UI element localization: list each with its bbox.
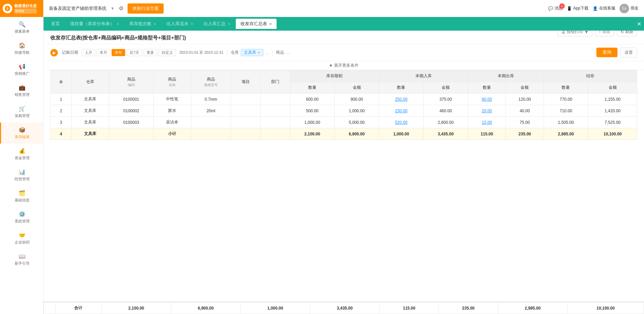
- sidebar-item-purchase[interactable]: 🛒 采购管理: [0, 101, 43, 122]
- print-btn[interactable]: 🖨 按钮打印 ▼: [558, 31, 592, 36]
- footer-row: 合计 2,100.00 6,900.00 1,000.00 3,435.00 1…: [44, 302, 644, 314]
- purchase-icon: 🛒: [19, 105, 26, 112]
- online-service-action[interactable]: 👤 在线客服: [593, 5, 615, 11]
- cell-opening-qty: 1,000.00: [290, 117, 334, 128]
- cell-project: [231, 94, 261, 105]
- export-btn[interactable]: ↑ 导出: [595, 31, 614, 36]
- sidebar-label-quicknav: 快捷导航: [15, 50, 30, 55]
- cell-opening-qty: 600.00: [290, 94, 334, 105]
- settings-gear-icon[interactable]: ⚙: [59, 80, 63, 84]
- tab-inout-flow[interactable]: 出入库流水 ✕: [162, 19, 198, 29]
- cell-no: 1: [51, 94, 72, 105]
- tab-receive-send-close[interactable]: ✕: [269, 22, 272, 26]
- sidebar-item-quicknav[interactable]: 🏠 快捷导航: [0, 38, 43, 59]
- th-balance-qty: 数量: [544, 82, 588, 94]
- cell-no: 3: [51, 117, 72, 128]
- app-download-label: App下载: [573, 5, 589, 11]
- tab-inout-summary[interactable]: 出入库汇总 ✕: [199, 19, 235, 29]
- tab-batch-label: 库存批次账: [129, 21, 151, 27]
- message-action[interactable]: 💬 消息 6: [548, 5, 563, 11]
- settings-icon[interactable]: ⚙: [119, 5, 123, 12]
- expand-btn[interactable]: ▼ 展开更多条件: [329, 63, 359, 68]
- cell-opening-amount: 5,000.00: [334, 117, 379, 128]
- warehouse-tag-close[interactable]: ✕: [258, 51, 260, 54]
- query-btn[interactable]: 查询: [596, 48, 617, 57]
- tab-current-stock-close[interactable]: ✕: [116, 22, 119, 26]
- cell-opening-amount: 900.00: [334, 94, 379, 105]
- cell-out-qty[interactable]: 15.00: [468, 117, 506, 128]
- warehouse-more[interactable]: ...: [265, 50, 269, 55]
- sidebar-item-search[interactable]: 🔍 搜索菜单: [0, 17, 43, 38]
- tab-home-label: 首页: [51, 21, 60, 27]
- th-out-amount: 金额: [506, 82, 544, 94]
- date-btn-this-month[interactable]: 本月: [97, 49, 110, 56]
- tab-batch-close[interactable]: ✕: [153, 22, 156, 26]
- tab-home[interactable]: 首页: [46, 19, 65, 29]
- cell-balance-amount: 10,100.00: [588, 128, 637, 140]
- footer-in-qty: 1,000.00: [241, 302, 310, 314]
- cell-in-qty[interactable]: 520.00: [379, 117, 424, 128]
- trial-btn[interactable]: 体验行业方案: [128, 3, 164, 14]
- cell-in-amount: 2,600.00: [424, 117, 468, 128]
- sidebar-item-sales[interactable]: 💼 销售管理: [0, 80, 43, 101]
- page-header: 收发存汇总表(按仓库+商品编码+商品+规格型号+项目+部门) 🖨 按钮打印 ▼ …: [44, 31, 644, 44]
- th-group-out: 本期出库: [468, 70, 544, 82]
- cell-in-qty[interactable]: 230.00: [379, 105, 424, 117]
- page-title: 收发存汇总表(按仓库+商品编码+商品+规格型号+项目+部门): [50, 35, 186, 40]
- date-btn-last-month[interactable]: 上月: [82, 49, 95, 56]
- tab-current-stock[interactable]: 现存量（库存分布表） ✕: [65, 19, 124, 29]
- print-label: 按钮打印: [567, 31, 583, 35]
- tab-batch[interactable]: 库存批次账 ✕: [125, 19, 161, 29]
- date-btn-custom[interactable]: 自定义: [159, 49, 176, 56]
- cell-product-spec: [191, 128, 231, 140]
- filter-bar: ▶ 记账日期 上月 本月 本年 近7天 更多 自定义 2023-01-01 至 …: [44, 44, 644, 61]
- sidebar-label-system: 系统管理: [15, 219, 30, 224]
- sidebar-item-guide[interactable]: 📖 新手引导: [0, 249, 43, 270]
- sidebar-label-guide: 新手引导: [15, 261, 30, 266]
- cell-product-code: 0100001: [109, 94, 153, 105]
- user-label: 用友: [630, 5, 639, 11]
- cell-in-qty[interactable]: 250.00: [379, 94, 424, 105]
- cell-in-amount: 375.00: [424, 94, 468, 105]
- tab-inout-flow-close[interactable]: ✕: [191, 22, 193, 26]
- sidebar-item-enterprise[interactable]: 🤝 企业协同: [0, 228, 43, 249]
- tab-inout-summary-close[interactable]: ✕: [228, 22, 230, 26]
- product-more[interactable]: ...: [286, 50, 290, 55]
- refresh-btn[interactable]: ↻ 刷新: [617, 31, 637, 36]
- user-action[interactable]: Ea 用友: [620, 4, 639, 13]
- cell-out-qty[interactable]: 20.00: [468, 105, 506, 117]
- cell-department: [261, 117, 290, 128]
- th-in-qty: 数量: [379, 82, 424, 94]
- setting-btn[interactable]: 设置: [620, 48, 637, 57]
- sidebar-item-inventory[interactable]: 📦 库存核算: [0, 122, 43, 144]
- sidebar-label-basic: 基础信息: [15, 198, 30, 203]
- cell-out-amount: 120.00: [506, 94, 544, 105]
- date-btn-this-year[interactable]: 本年: [112, 49, 125, 56]
- date-btn-7days[interactable]: 近7天: [127, 49, 142, 56]
- finance-icon: 💰: [19, 148, 26, 154]
- sidebar-item-marketing[interactable]: 📢 营销推广: [0, 59, 43, 80]
- cell-project: [231, 105, 261, 117]
- date-btn-more[interactable]: 更多: [144, 49, 157, 56]
- cell-out-qty[interactable]: 80.00: [468, 94, 506, 105]
- system-dropdown-icon[interactable]: ▼: [111, 6, 115, 11]
- cell-in-amount: 460.00: [424, 105, 468, 117]
- sidebar-item-system[interactable]: ⚙️ 系统管理: [0, 207, 43, 228]
- cell-department: [261, 94, 290, 105]
- tabbar-close-icon[interactable]: ✕: [637, 21, 641, 27]
- sidebar-item-basic[interactable]: 🗂️ 基础信息: [0, 186, 43, 207]
- app-download-action[interactable]: 📱 App下载: [567, 5, 589, 11]
- tab-receive-send[interactable]: 收发存汇总表 ✕: [236, 19, 277, 29]
- th-settings[interactable]: ⚙: [51, 70, 72, 94]
- cell-product-spec: 20ml: [191, 105, 231, 117]
- export-icon: ↑: [599, 31, 601, 34]
- sidebar-item-operations[interactable]: 📊 经营管理: [0, 165, 43, 186]
- cell-out-qty: 115.00: [468, 128, 506, 140]
- sidebar-logo: 6 畅捷通好生意 标准版: [0, 0, 43, 17]
- filter-row: 记账日期 上月 本月 本年 近7天 更多 自定义 2023-01-01 至 20…: [62, 48, 637, 57]
- sidebar-item-finance[interactable]: 💰 资金管理: [0, 144, 43, 165]
- footer-balance-amount: 10,100.00: [567, 302, 644, 314]
- table-footer: 合计 2,100.00 6,900.00 1,000.00 3,435.00 1…: [44, 301, 644, 314]
- sidebar-label-purchase: 采购管理: [15, 113, 30, 118]
- filter-toggle-btn[interactable]: ▶: [50, 49, 58, 56]
